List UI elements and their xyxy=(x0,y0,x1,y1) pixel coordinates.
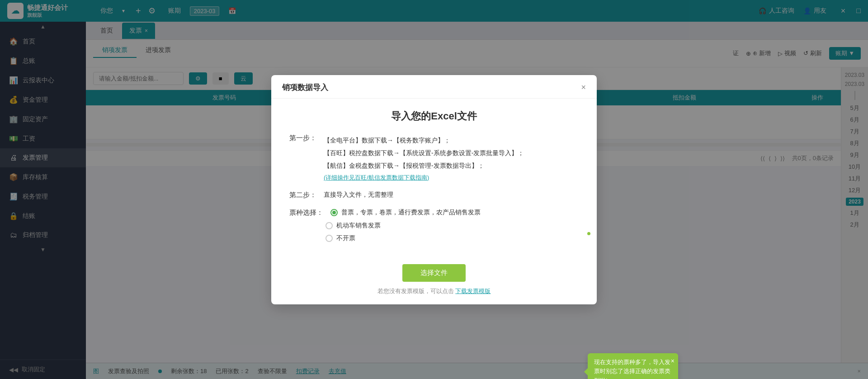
tooltip-close-button[interactable]: × xyxy=(671,356,675,366)
step2-content: 第二步： 直接导入文件，无需整理 xyxy=(289,191,579,199)
radio-item-1: 票种选择： 普票，专票，卷票，通行费发票，农产品销售发票 xyxy=(289,208,579,217)
radio-group: 票种选择： 普票，专票，卷票，通行费发票，农产品销售发票 机动车销售发票 不开票… xyxy=(289,208,579,242)
step2-text: 直接导入文件，无需整理 xyxy=(324,191,393,199)
footer-link-area: 若您没有发票模版，可以点击 下载发票模版 xyxy=(282,287,586,295)
step1: 第一步： 【全电平台】数据下载→【税务数字账户】； 【百旺】税控盘数据下载→【系… xyxy=(289,134,579,182)
step1-content: 第一步： 【全电平台】数据下载→【税务数字账户】； 【百旺】税控盘数据下载→【系… xyxy=(289,134,579,182)
dialog-footer: 选择文件 若您没有发票模版，可以点击 下载发票模版 xyxy=(271,259,597,304)
tooltip-dot xyxy=(586,231,591,236)
step2: 第二步： 直接导入文件，无需整理 xyxy=(289,191,579,199)
step1-text-2: 【百旺】税控盘数据下载→【系统设置-系统参数设置-发票批量导入】； xyxy=(324,149,524,156)
step1-line-1: 【全电平台】数据下载→【税务数字账户】； xyxy=(324,134,524,147)
radio-item-3[interactable]: 不开票 xyxy=(326,234,579,242)
step1-line-3: 【航信】金税盘数据下载→【报税管理-发票数据导出】； xyxy=(324,159,524,172)
step1-text-3: 【航信】金税盘数据下载→【报税管理-发票数据导出】； xyxy=(324,162,484,169)
select-file-button[interactable]: 选择文件 xyxy=(402,264,466,282)
tooltip-text: 现在支持的票种多了，导入发票时别忘了选择正确的发票类型哟! xyxy=(594,359,670,379)
dialog-overlay: 销项数据导入 × 导入您的Excel文件 第一步： 【全电平台】数据下载→【税务… xyxy=(0,0,868,379)
download-template-link[interactable]: 下载发票模版 xyxy=(455,288,491,294)
radio-label: 票种选择： xyxy=(289,208,323,217)
radio-item-2[interactable]: 机动车销售发票 xyxy=(326,222,579,230)
step1-lines: 【全电平台】数据下载→【税务数字账户】； 【百旺】税控盘数据下载→【系统设置-系… xyxy=(324,134,524,182)
import-dialog: 销项数据导入 × 导入您的Excel文件 第一步： 【全电平台】数据下载→【税务… xyxy=(271,75,597,304)
radio-button-1[interactable] xyxy=(330,209,338,216)
dialog-close-button[interactable]: × xyxy=(581,83,586,92)
dialog-body: 导入您的Excel文件 第一步： 【全电平台】数据下载→【税务数字账户】； 【百… xyxy=(271,99,597,259)
radio-text-3: 不开票 xyxy=(336,234,355,242)
step1-line-2: 【百旺】税控盘数据下载→【系统设置-系统参数设置-发票批量导入】； xyxy=(324,147,524,159)
step1-link-container: (详细操作见百旺/航信发票数据下载指南) xyxy=(324,174,524,182)
dialog-title: 销项数据导入 xyxy=(282,82,328,93)
dialog-header: 销项数据导入 × xyxy=(271,75,597,99)
dialog-main-title: 导入您的Excel文件 xyxy=(289,109,579,123)
step1-text-1: 【全电平台】数据下载→【税务数字账户】； xyxy=(324,137,450,144)
radio-text-1: 普票，专票，卷票，通行费发票，农产品销售发票 xyxy=(341,208,481,217)
step1-guide-link[interactable]: (详细操作见百旺/航信发票数据下载指南) xyxy=(324,174,429,181)
step1-label: 第一步： xyxy=(289,134,316,142)
footer-text: 若您没有发票模版，可以点击 xyxy=(377,288,454,294)
tooltip-bubble: × 现在支持的票种多了，导入发票时别忘了选择正确的发票类型哟! xyxy=(588,353,678,379)
radio-text-2: 机动车销售发票 xyxy=(336,222,381,230)
step2-label: 第二步： xyxy=(289,191,316,199)
radio-button-2[interactable] xyxy=(326,222,333,229)
radio-button-3[interactable] xyxy=(326,235,333,242)
